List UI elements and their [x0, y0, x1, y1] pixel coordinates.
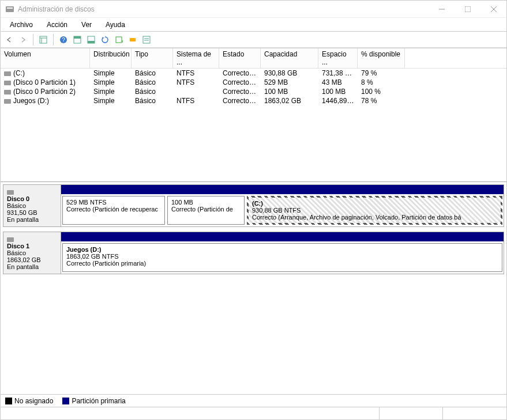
disk-info[interactable]: Disco 1Básico1863,02 GBEn pantalla [3, 232, 61, 274]
volume-icon [4, 81, 11, 85]
disk-size: 931,50 GB [7, 209, 37, 216]
menu-help[interactable]: Ayuda [101, 20, 130, 30]
cell: 100 MB [318, 87, 358, 96]
disk-icon [7, 190, 14, 195]
partition-status: Correcto (Partición de recuperac [66, 206, 158, 213]
window-title: Administración de discos [18, 5, 429, 13]
cell: Básico [132, 69, 173, 78]
partition-status: Correcto (Arranque, Archivo de paginació… [252, 214, 461, 221]
window-controls [429, 1, 506, 18]
disk-type: Básico [7, 202, 26, 209]
cell: 43 MB [318, 78, 358, 87]
cell: 731,38 GB [318, 69, 358, 78]
cell: 100 % [358, 87, 405, 96]
partition-size: 1863,02 GB NTFS [66, 253, 119, 260]
swatch-primary [62, 398, 69, 404]
properties-button[interactable] [140, 33, 153, 46]
partition-title: (C:) [252, 200, 497, 207]
col-type[interactable]: Tipo [132, 48, 173, 68]
cell: 8 % [358, 78, 405, 87]
col-capacity[interactable]: Capacidad [261, 48, 318, 68]
show-hide-button[interactable] [37, 33, 50, 46]
disk-icon [7, 237, 14, 242]
minimize-button[interactable] [429, 1, 455, 18]
new-volume-button[interactable]: + [112, 33, 125, 46]
disk-status: En pantalla [7, 263, 39, 270]
maximize-button[interactable] [455, 1, 480, 18]
cell: Básico [132, 96, 173, 105]
partition[interactable]: Juegos (D:)1863,02 GB NTFSCorrecto (Part… [62, 243, 502, 272]
partition[interactable]: 529 MB NTFSCorrecto (Partición de recupe… [62, 196, 165, 225]
cell: (Disco 0 Partición 1) [1, 78, 90, 87]
cell: Básico [132, 78, 173, 87]
col-freespace[interactable]: Espacio ... [318, 48, 358, 68]
forward-button[interactable] [17, 33, 29, 46]
disk-management-window: Administración de discos Archivo Acción … [0, 0, 507, 420]
cell: NTFS [173, 69, 219, 78]
legend-primary: Partición primaria [62, 397, 125, 405]
partition-boxes: 529 MB NTFSCorrecto (Partición de recupe… [61, 194, 504, 226]
col-status[interactable]: Estado [219, 48, 261, 68]
disk-size: 1863,02 GB [7, 256, 41, 263]
partition[interactable]: (C:)930,88 GB NTFSCorrecto (Arranque, Ar… [247, 196, 502, 225]
toolbar: ? + [1, 32, 506, 48]
cell: (Disco 0 Partición 2) [1, 87, 90, 96]
disk-row: Disco 1Básico1863,02 GBEn pantallaJuegos… [3, 232, 504, 274]
help-button[interactable]: ? [57, 33, 70, 46]
disk-stripe [61, 185, 504, 194]
volume-icon [4, 90, 11, 94]
volume-row[interactable]: (Disco 0 Partición 1)SimpleBásicoNTFSCor… [1, 78, 506, 87]
col-volume[interactable]: Volumen [1, 48, 90, 68]
col-percent[interactable]: % disponible [358, 48, 405, 68]
cell: Simple [90, 78, 132, 87]
legend: No asignado Partición primaria [1, 394, 506, 407]
cell: 100 MB [261, 87, 318, 96]
cell: Simple [90, 96, 132, 105]
menu-action[interactable]: Acción [42, 20, 72, 30]
cell: Simple [90, 69, 132, 78]
volume-list-body: (C:)SimpleBásicoNTFSCorrecto (...930,88 … [1, 69, 506, 105]
partition[interactable]: 100 MBCorrecto (Partición de [167, 196, 245, 225]
app-icon [5, 5, 14, 14]
close-button[interactable] [480, 1, 506, 18]
disk-icon-button[interactable] [126, 33, 139, 46]
statusbar-seg [1, 407, 380, 419]
cell: 930,88 GB [261, 69, 318, 78]
volume-icon [4, 71, 11, 76]
statusbar [1, 407, 506, 419]
volume-row[interactable]: Juegos (D:)SimpleBásicoNTFSCorrecto (...… [1, 96, 506, 105]
cell [173, 87, 219, 96]
menu-file[interactable]: Archivo [5, 20, 37, 30]
view-top-button[interactable] [71, 33, 84, 46]
graphical-view: Disco 0Básico931,50 GBEn pantalla529 MB … [1, 182, 506, 394]
svg-text:?: ? [62, 37, 65, 43]
cell: Juegos (D:) [1, 96, 90, 105]
menu-view[interactable]: Ver [77, 20, 96, 30]
disk-info[interactable]: Disco 0Básico931,50 GBEn pantalla [3, 185, 61, 226]
toolbar-separator [33, 34, 33, 46]
disk-partitions: 529 MB NTFSCorrecto (Partición de recupe… [61, 185, 504, 226]
svg-rect-6 [40, 36, 47, 43]
statusbar-seg [443, 407, 506, 419]
partition-boxes: Juegos (D:)1863,02 GB NTFSCorrecto (Part… [61, 241, 504, 274]
svg-rect-0 [6, 6, 14, 12]
volume-row[interactable]: (C:)SimpleBásicoNTFSCorrecto (...930,88 … [1, 69, 506, 78]
cell: NTFS [173, 96, 219, 105]
partition-title: Juegos (D:) [66, 246, 498, 253]
col-filesystem[interactable]: Sistema de ... [173, 48, 219, 68]
cell: NTFS [173, 78, 219, 87]
disk-type: Básico [7, 249, 26, 256]
cell: 1863,02 GB [261, 96, 318, 105]
cell: 78 % [358, 96, 405, 105]
view-bottom-button[interactable] [85, 33, 97, 46]
cell: Básico [132, 87, 173, 96]
back-button[interactable] [3, 33, 16, 46]
volume-row[interactable]: (Disco 0 Partición 2)SimpleBásicoCorrect… [1, 87, 506, 96]
partition-size: 100 MB [171, 199, 193, 206]
cell: 79 % [358, 69, 405, 78]
svg-rect-18 [143, 36, 150, 43]
content-area: Volumen Distribución Tipo Sistema de ...… [1, 48, 506, 407]
col-layout[interactable]: Distribución [90, 48, 132, 68]
partition-size: 529 MB NTFS [66, 199, 107, 206]
refresh-button[interactable] [99, 33, 111, 46]
